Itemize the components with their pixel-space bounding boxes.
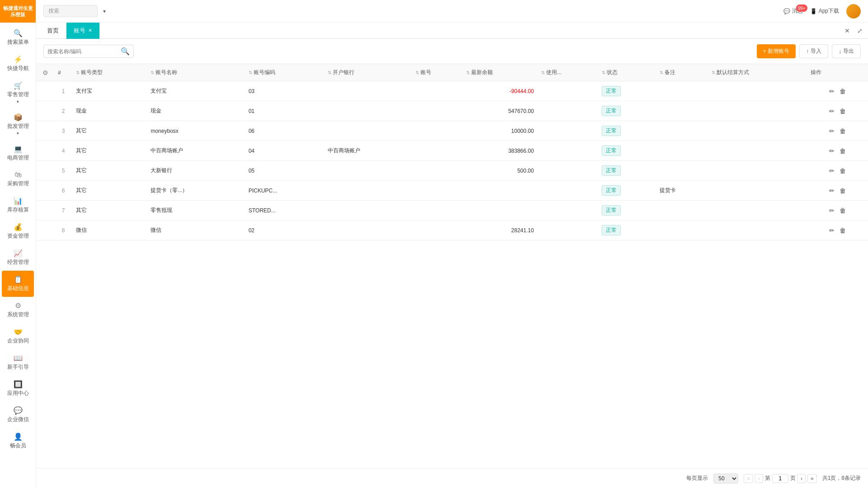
close-tab-button[interactable]: ✕ (843, 26, 852, 35)
delete-button[interactable]: 🗑 (838, 226, 848, 235)
maximize-tab-button[interactable]: ⤢ (855, 26, 864, 35)
sidebar-item-label: 资金管理 (7, 232, 29, 240)
row-name: moneybosx (147, 121, 245, 141)
sidebar-item-basic[interactable]: 📋 基础信息 (2, 271, 34, 297)
column-settings-icon[interactable]: ⚙ (42, 69, 48, 76)
row-usage (538, 161, 599, 181)
app-download-button[interactable]: 📱 App下载 (810, 7, 839, 15)
add-account-label: + 新增账号 (763, 47, 789, 55)
delete-button[interactable]: 🗑 (838, 186, 848, 195)
row-remark (656, 201, 708, 221)
sort-arrows: ⇅ (151, 70, 154, 75)
col-header-remark[interactable]: ⇅ 备注 (656, 64, 708, 81)
user-avatar[interactable] (846, 4, 861, 19)
row-status: 正常 (598, 121, 656, 141)
row-balance: -90444.00 (462, 81, 537, 101)
col-header-account[interactable]: ⇅ 账号 (412, 64, 463, 81)
tabbar-controls: ✕ ⤢ (843, 26, 864, 35)
per-page-select[interactable]: 50 20 100 (713, 474, 738, 483)
search-input[interactable] (47, 48, 119, 55)
add-account-button[interactable]: + 新增账号 (757, 44, 796, 58)
col-header-type[interactable]: ⇅ 账号类型 (72, 64, 147, 81)
sidebar-item-ecommerce[interactable]: 💻 电商管理 (0, 140, 36, 166)
page-input[interactable] (772, 474, 788, 483)
mobile-icon: 📱 (810, 8, 817, 14)
delete-button[interactable]: 🗑 (838, 166, 848, 175)
col-header-balance[interactable]: ⇅ 最新余额 (462, 64, 537, 81)
sidebar-item-operation[interactable]: 📈 经营管理 (0, 244, 36, 271)
sort-arrows: ⇅ (541, 70, 545, 75)
delete-button[interactable]: 🗑 (838, 107, 848, 116)
delete-button[interactable]: 🗑 (838, 127, 848, 136)
sidebar-item-member[interactable]: 👤 畅会员 (0, 428, 36, 454)
sidebar-item-label: 新手引导 (7, 363, 29, 371)
col-header-name[interactable]: ⇅ 账号名称 (147, 64, 245, 81)
edit-button[interactable]: ✏ (827, 146, 836, 155)
message-button[interactable]: 💬 消息 99+ (783, 7, 803, 15)
row-settings (36, 121, 54, 141)
sidebar-item-system[interactable]: ⚙ 系统管理 (0, 297, 36, 323)
message-badge: 99+ (796, 5, 807, 12)
col-header-code[interactable]: ⇅ 账号编码 (245, 64, 324, 81)
tab-account[interactable]: 账号✕ (66, 23, 100, 39)
sidebar-item-inventory[interactable]: 📊 库存核算 (0, 192, 36, 218)
topbar-right: 💬 消息 99+ 📱 App下载 (783, 4, 861, 19)
topbar-dropdown[interactable]: ▾ (103, 8, 106, 14)
pagination: « ‹ 第 页 › » (744, 474, 816, 483)
delete-button[interactable]: 🗑 (838, 146, 848, 155)
row-remark (656, 221, 708, 240)
finance-icon: 💰 (14, 223, 23, 231)
sidebar-item-guide[interactable]: 📖 新手引导 (0, 349, 36, 375)
sidebar-item-quick[interactable]: ⚡ 快捷导航 (0, 51, 36, 77)
search-icon: 🔍 (14, 29, 23, 38)
row-default-pay (708, 81, 807, 101)
export-button[interactable]: ↓ 导出 (832, 44, 861, 58)
row-usage (538, 121, 599, 141)
sidebar-item-agreement[interactable]: 🤝 企业协同 (0, 323, 36, 349)
sidebar-item-search[interactable]: 🔍 搜索菜单 (0, 24, 36, 51)
next-page-button[interactable]: › (797, 474, 806, 483)
row-default-pay (708, 181, 807, 201)
sort-arrows: ⇅ (660, 70, 663, 75)
row-balance (462, 181, 537, 201)
edit-button[interactable]: ✏ (827, 226, 836, 235)
basic-icon: 📋 (14, 275, 23, 284)
tabbar: 首页账号✕ ✕ ⤢ (36, 23, 868, 39)
first-page-button[interactable]: « (744, 474, 753, 483)
sidebar-item-wholesale[interactable]: 📦 批发管理 ▾ (0, 108, 36, 140)
row-type: 其它 (72, 181, 147, 201)
sidebar-item-retail[interactable]: 🛒 零售管理 ▾ (0, 77, 36, 108)
status-badge: 正常 (602, 145, 621, 156)
sidebar-item-label: 快捷导航 (7, 65, 29, 72)
last-page-button[interactable]: » (807, 474, 817, 483)
prev-page-button[interactable]: ‹ (755, 474, 763, 483)
delete-button[interactable]: 🗑 (838, 87, 848, 96)
col-header-bank[interactable]: ⇅ 开户银行 (324, 64, 412, 81)
tab-close-icon[interactable]: ✕ (88, 28, 92, 33)
col-header-status[interactable]: ⇅ 状态 (598, 64, 656, 81)
delete-button[interactable]: 🗑 (838, 206, 848, 215)
row-settings (36, 101, 54, 121)
edit-button[interactable]: ✏ (827, 87, 836, 96)
table-row: 2 现金 现金 01 547670.00 正常 ✏ 🗑 (36, 101, 868, 121)
edit-button[interactable]: ✏ (827, 127, 836, 136)
main-area: 搜索 ▾ 💬 消息 99+ 📱 App下载 首页账号✕ ✕ ⤢ (36, 0, 868, 488)
retail-icon: 🛒 (14, 81, 23, 90)
edit-button[interactable]: ✏ (827, 107, 836, 116)
edit-button[interactable]: ✏ (827, 206, 836, 215)
col-header-action: 操作 (807, 64, 868, 81)
col-header-default_pay[interactable]: ⇅ 默认结算方式 (708, 64, 807, 81)
edit-button[interactable]: ✏ (827, 186, 836, 195)
sidebar-item-app_center[interactable]: 🔲 应用中心 (0, 375, 36, 402)
sidebar-item-finance[interactable]: 💰 资金管理 (0, 218, 36, 244)
chevron-down-icon: ▾ (103, 8, 106, 14)
tab-home[interactable]: 首页 (40, 23, 66, 39)
sidebar-item-enterprise_wx[interactable]: 💬 企业微信 (0, 402, 36, 428)
row-type: 其它 (72, 141, 147, 161)
status-badge: 正常 (602, 106, 621, 116)
sidebar-item-purchase[interactable]: 🛍 采购管理 (0, 166, 36, 192)
import-button[interactable]: ↑ 导入 (799, 44, 828, 58)
edit-button[interactable]: ✏ (827, 166, 836, 175)
col-header-usage[interactable]: ⇅ 使用... (538, 64, 599, 81)
app_center-icon: 🔲 (14, 380, 23, 389)
